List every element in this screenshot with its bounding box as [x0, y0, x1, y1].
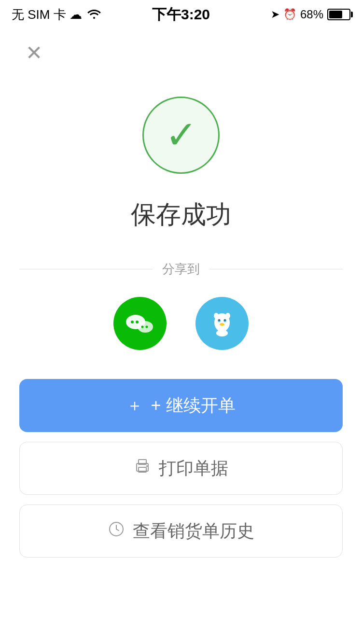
- print-button[interactable]: 打印单据: [19, 442, 343, 495]
- svg-point-14: [214, 313, 219, 319]
- success-circle: ✓: [142, 97, 220, 174]
- history-icon: [108, 520, 125, 542]
- wifi-icon: [87, 7, 101, 22]
- svg-point-13: [218, 331, 226, 336]
- svg-rect-19: [146, 465, 148, 467]
- main-content: ✕ ✓ 保存成功 分享到: [0, 29, 362, 567]
- print-label: 打印单据: [159, 457, 228, 480]
- alarm-icon: ⏰: [283, 8, 296, 21]
- status-right: ➤ ⏰ 68%: [271, 8, 350, 21]
- no-sim-text: 无 SIM 卡 ☁: [12, 6, 82, 23]
- share-section: 分享到: [19, 261, 343, 350]
- location-icon: ➤: [271, 8, 279, 21]
- share-label: 分享到: [162, 261, 200, 278]
- status-left: 无 SIM 卡 ☁: [12, 6, 101, 23]
- share-icons: [19, 297, 343, 350]
- history-button[interactable]: 查看销货单历史: [19, 504, 343, 558]
- share-divider: 分享到: [19, 261, 343, 278]
- svg-point-4: [141, 326, 144, 328]
- svg-point-10: [218, 319, 220, 321]
- printer-icon: [134, 458, 151, 479]
- qq-icon: [207, 308, 238, 339]
- status-time: 下午3:20: [152, 5, 210, 25]
- close-button[interactable]: ✕: [19, 39, 48, 68]
- svg-point-2: [136, 321, 139, 323]
- status-bar: 无 SIM 卡 ☁ 下午3:20 ➤ ⏰ 68%: [0, 0, 362, 29]
- svg-point-15: [225, 313, 230, 319]
- svg-point-11: [224, 319, 225, 321]
- wechat-share-button[interactable]: [113, 297, 167, 350]
- battery-text: 68%: [300, 8, 323, 21]
- continue-label: + 继续开单: [151, 394, 235, 418]
- success-text: 保存成功: [131, 198, 231, 232]
- divider-left: [19, 269, 153, 269]
- qq-share-button[interactable]: [195, 297, 249, 350]
- close-button-container: ✕: [19, 39, 343, 68]
- history-label: 查看销货单历史: [133, 519, 254, 543]
- continue-button[interactable]: ＋ + 继续开单: [19, 379, 343, 432]
- close-icon: ✕: [26, 43, 42, 63]
- svg-point-3: [138, 321, 153, 333]
- wechat-icon: [123, 307, 157, 340]
- action-buttons: ＋ + 继续开单 打印单据 查看销货单历: [19, 379, 343, 558]
- plus-icon: ＋: [126, 394, 143, 417]
- svg-point-1: [131, 321, 134, 323]
- battery-icon: [327, 9, 350, 20]
- svg-point-12: [220, 323, 224, 326]
- divider-right: [209, 269, 343, 269]
- svg-point-5: [146, 326, 148, 328]
- checkmark-icon: ✓: [165, 116, 197, 154]
